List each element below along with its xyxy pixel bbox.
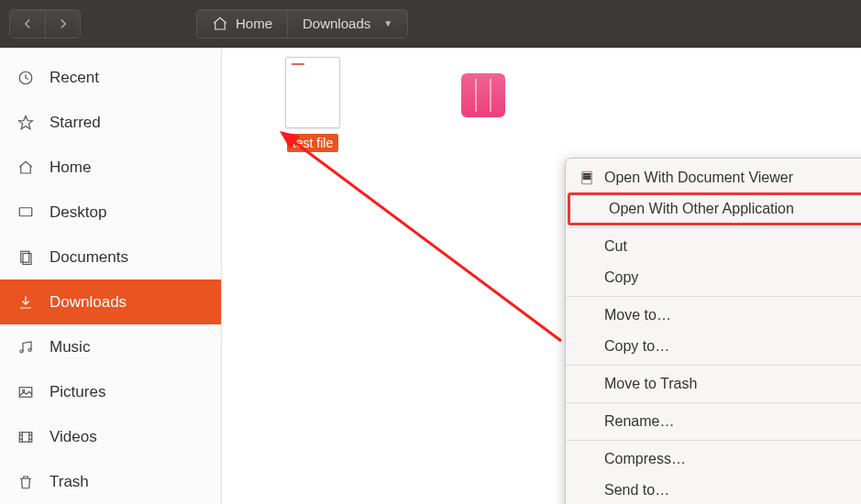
sidebar-item-documents[interactable]: Documents	[0, 235, 221, 279]
menu-send-to[interactable]: Send to…	[566, 475, 861, 504]
star-icon	[17, 115, 35, 131]
sidebar-item-music[interactable]: Music	[0, 324, 221, 369]
svg-rect-2	[19, 207, 32, 215]
sidebar-item-label: Recent	[50, 69, 99, 87]
menu-label: Move to…	[604, 307, 861, 323]
sidebar-item-label: Pictures	[50, 383, 105, 401]
menu-move-to[interactable]: Move to…	[566, 300, 861, 331]
breadcrumb-label: Downloads	[303, 16, 370, 31]
music-icon	[17, 339, 35, 356]
file-item[interactable]	[442, 73, 524, 117]
sidebar-item-label: Downloads	[50, 293, 127, 312]
sidebar: Recent Starred Home Desktop Documents Do…	[0, 48, 222, 504]
menu-label: Send to…	[604, 482, 861, 499]
documents-icon	[17, 249, 35, 266]
breadcrumb-downloads[interactable]: Downloads ▼	[287, 10, 407, 38]
svg-marker-1	[19, 115, 33, 128]
breadcrumb: Home Downloads ▼	[196, 9, 408, 38]
forward-button[interactable]	[45, 10, 80, 38]
menu-label: Copy to…	[604, 338, 861, 355]
menu-copy-to[interactable]: Copy to…	[566, 331, 861, 362]
sidebar-item-pictures[interactable]: Pictures	[0, 369, 221, 414]
home-icon	[17, 159, 35, 176]
menu-open-with-document-viewer[interactable]: Open With Document Viewer Return	[566, 162, 861, 193]
chevron-down-icon: ▼	[383, 18, 392, 28]
menu-move-to-trash[interactable]: Move to Trash Delete	[566, 368, 861, 400]
menu-cut[interactable]: Cut Ctrl+X	[566, 231, 861, 262]
svg-point-6	[28, 348, 31, 351]
svg-rect-19	[583, 177, 591, 178]
sidebar-item-label: Music	[50, 338, 90, 356]
sidebar-item-label: Documents	[50, 248, 128, 267]
sidebar-item-label: Home	[50, 159, 91, 177]
menu-rename[interactable]: Rename… F2	[566, 406, 861, 437]
svg-point-5	[20, 350, 23, 353]
menu-label: Copy	[604, 269, 861, 286]
clock-icon	[17, 70, 35, 86]
sidebar-item-label: Starred	[50, 114, 101, 132]
sidebar-item-home[interactable]: Home	[0, 145, 221, 190]
sidebar-item-label: Desktop	[50, 203, 106, 222]
svg-rect-20	[583, 179, 591, 180]
menu-label: Rename…	[604, 413, 861, 430]
context-menu: Open With Document Viewer Return Open Wi…	[565, 158, 861, 504]
menu-copy[interactable]: Copy Ctrl+C	[566, 262, 861, 293]
sidebar-item-label: Trash	[50, 473, 89, 491]
back-button[interactable]	[10, 10, 45, 38]
svg-line-16	[291, 139, 561, 341]
video-icon	[17, 429, 35, 445]
sidebar-item-videos[interactable]: Videos	[0, 414, 221, 459]
menu-separator	[566, 365, 861, 366]
menu-separator	[566, 227, 861, 228]
desktop-icon	[17, 204, 35, 221]
menu-separator	[566, 296, 861, 297]
sidebar-item-downloads[interactable]: Downloads	[0, 279, 221, 324]
document-thumb-icon	[285, 57, 340, 128]
svg-rect-18	[583, 174, 591, 176]
menu-open-with-other-application[interactable]: Open With Other Application	[568, 192, 861, 225]
chevron-right-icon	[55, 16, 72, 32]
chevron-left-icon	[19, 16, 36, 32]
picture-icon	[17, 384, 35, 400]
menu-label: Open With Document Viewer	[604, 170, 861, 186]
file-item-selected[interactable]: test file	[271, 57, 354, 152]
menu-label: Cut	[604, 238, 861, 255]
history-nav	[9, 9, 81, 38]
sidebar-item-label: Videos	[50, 428, 97, 446]
breadcrumb-home[interactable]: Home	[197, 10, 287, 38]
svg-rect-9	[19, 432, 32, 442]
menu-label: Open With Other Application	[609, 201, 861, 217]
annotation-arrow	[277, 130, 570, 350]
menu-label: Move to Trash	[604, 376, 861, 392]
menu-compress[interactable]: Compress…	[566, 444, 861, 475]
download-icon	[17, 294, 35, 311]
sidebar-item-desktop[interactable]: Desktop	[0, 190, 221, 235]
file-name: test file	[287, 134, 338, 152]
breadcrumb-label: Home	[236, 16, 272, 31]
sidebar-item-trash[interactable]: Trash	[0, 459, 221, 504]
trash-icon	[17, 474, 35, 490]
menu-separator	[566, 440, 861, 441]
menu-separator	[566, 402, 861, 403]
sidebar-item-recent[interactable]: Recent	[0, 55, 221, 100]
menu-label: Compress…	[604, 451, 861, 467]
sidebar-item-starred[interactable]: Starred	[0, 100, 221, 145]
toolbar: Home Downloads ▼	[0, 0, 861, 48]
document-icon	[579, 170, 595, 186]
file-view[interactable]: test file Open With Document Viewer Retu…	[222, 48, 861, 504]
app-icon	[461, 73, 505, 117]
home-icon	[212, 16, 228, 32]
